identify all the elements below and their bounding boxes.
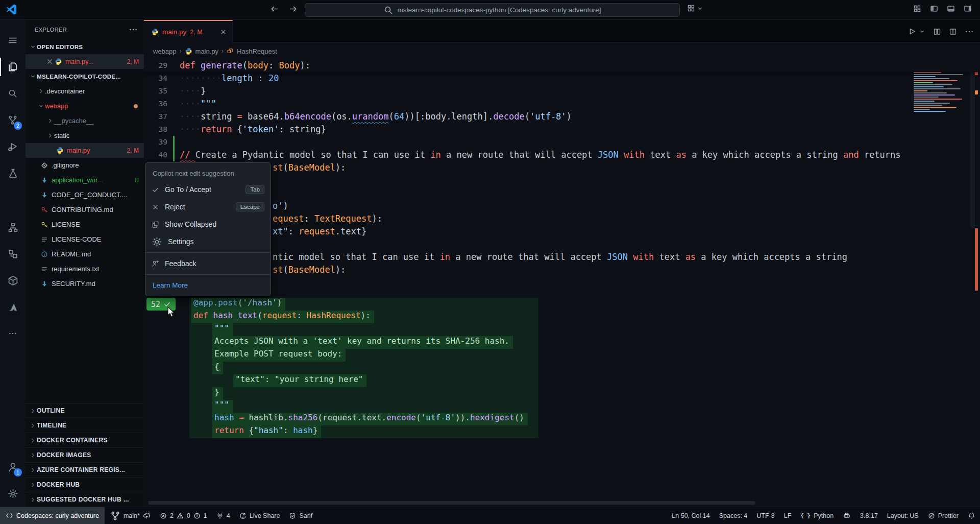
suggested-code-line: """ — [189, 400, 538, 413]
status-label: 0 — [187, 512, 190, 519]
activity-docker-icon[interactable] — [0, 267, 26, 294]
status-notifications[interactable] — [963, 507, 980, 524]
layout-control[interactable] — [687, 4, 703, 12]
status-keyboard-layout[interactable]: Layout: US — [883, 507, 923, 524]
menu-item-feedback[interactable]: Feedback — [145, 255, 271, 272]
keyred-file-icon — [40, 206, 49, 213]
file-item--pycache-[interactable]: __pycache__ — [26, 113, 144, 128]
activity-test-beaker-icon[interactable] — [0, 160, 26, 186]
toggle-sidebar-icon[interactable] — [930, 5, 938, 13]
breadcrumb[interactable]: webapp › main.py › HashRequest — [144, 43, 980, 59]
activity-source-control-icon[interactable]: 2 — [0, 107, 26, 133]
sticky-line-29: 29def generate(body: Body): — [144, 59, 980, 72]
menu-item-go-to-accept[interactable]: Go To / AcceptTab — [145, 181, 271, 198]
file-item-contributing-md[interactable]: CONTRIBUTING.md — [26, 202, 144, 217]
menu-learn-more-link[interactable]: Learn More — [145, 277, 271, 294]
menu-item-show-collapsed[interactable]: Show Collapsed — [145, 216, 271, 233]
file-item-static[interactable]: static — [26, 128, 144, 143]
back-icon[interactable] — [270, 4, 279, 14]
section-suggested-docker-hub-[interactable]: SUGGESTED DOCKER HUB ... — [26, 492, 144, 507]
activity-run-debug-icon[interactable] — [0, 133, 26, 160]
status-live-share[interactable]: Live Share — [235, 507, 285, 524]
toggle-layout-icon[interactable] — [949, 28, 957, 36]
activity-more-icon[interactable] — [0, 320, 26, 347]
section-workspace[interactable]: MSLEARN-COPILOT-CODE... — [26, 69, 144, 84]
activity-search-icon[interactable] — [0, 80, 26, 107]
toggle-secondary-sidebar-icon[interactable] — [964, 5, 972, 13]
section-docker-hub[interactable]: DOCKER HUB — [26, 477, 144, 492]
status-remote[interactable]: Codespaces: curly adventure — [0, 507, 105, 524]
status-copilot[interactable] — [838, 507, 855, 524]
suggested-code-line: "text": "your string here" — [189, 374, 538, 387]
file-item-license[interactable]: LICENSE — [26, 217, 144, 232]
status-label: Codespaces: curly adventure — [16, 512, 99, 519]
activity-account-icon[interactable]: 1 — [0, 454, 26, 480]
file-item-webapp[interactable]: webapp — [26, 99, 144, 113]
status-branch[interactable]: main* — [106, 507, 155, 524]
run-python-file-icon[interactable] — [908, 27, 916, 36]
section-timeline[interactable]: TIMELINE — [26, 418, 144, 433]
file-item--devcontainer[interactable]: .devcontainer — [26, 84, 144, 99]
activity-azure-icon[interactable] — [0, 294, 26, 320]
code-line-39: 39 — [144, 136, 980, 149]
breadcrumb-symbol[interactable]: HashRequest — [237, 47, 277, 55]
code-line-37: 37····string = base64.b64encode(os.urand… — [144, 110, 980, 123]
file-item-requirements-txt[interactable]: requirements.txt — [26, 261, 144, 276]
toggle-panel-icon[interactable] — [947, 5, 955, 13]
suggested-code-line: """ — [189, 323, 538, 336]
close-editor-icon[interactable] — [46, 58, 54, 65]
breadcrumb-file[interactable]: main.py — [195, 47, 219, 55]
status-problems[interactable]: 201 — [155, 507, 212, 524]
activity-containers-icon[interactable] — [0, 241, 26, 267]
section-docker-images[interactable]: DOCKER IMAGES — [26, 447, 144, 462]
file-item-main-py[interactable]: main.py2, M — [26, 143, 144, 158]
section-outline[interactable]: OUTLINE — [26, 403, 144, 418]
file-item-application-wor-[interactable]: application_wor...U — [26, 173, 144, 187]
breadcrumb-folder[interactable]: webapp — [153, 47, 177, 55]
editor-more-icon[interactable] — [965, 27, 974, 36]
section-open-editors[interactable]: OPEN EDITORS — [26, 39, 144, 54]
activity-settings-gear-icon[interactable] — [0, 480, 26, 507]
status-indentation[interactable]: Spaces: 4 — [715, 507, 752, 524]
vertical-scrollbar[interactable] — [970, 60, 975, 228]
activity-menu-icon[interactable] — [0, 27, 26, 54]
ruler-warning-mark — [975, 90, 978, 94]
tab-close-icon[interactable] — [219, 28, 227, 36]
section-azure-container-regis-[interactable]: AZURE CONTAINER REGIS... — [26, 462, 144, 477]
command-center-search[interactable]: mslearn-copilot-codespaces-python [Codes… — [305, 3, 680, 17]
status-python-version[interactable]: 3.8.17 — [855, 507, 883, 524]
file-item--gitignore[interactable]: .gitignore — [26, 158, 144, 173]
section-label: TIMELINE — [37, 422, 66, 429]
modified-badge: 2, M — [127, 58, 144, 65]
file-item-readme-md[interactable]: README.md — [26, 247, 144, 261]
explorer-more-icon[interactable] — [129, 25, 138, 34]
status-label: main* — [124, 512, 140, 519]
check-icon — [152, 186, 159, 194]
file-item-security-md[interactable]: SECURITY.md — [26, 276, 144, 291]
file-label: .devcontainer — [45, 87, 85, 95]
menu-item-keybinding: Escape — [236, 202, 264, 211]
activity-remote-explorer-icon[interactable] — [0, 214, 26, 241]
menu-item-reject[interactable]: RejectEscape — [145, 198, 271, 216]
menu-item-settings[interactable]: Settings — [145, 233, 271, 250]
explorer-sidebar: EXPLORER OPEN EDITORSmain.py...2, MMSLEA… — [26, 20, 144, 507]
file-item-license-code[interactable]: LICENSE-CODE — [26, 232, 144, 247]
status-eol[interactable]: LF — [779, 507, 796, 524]
status-cursor-position[interactable]: Ln 50, Col 14 — [667, 507, 714, 524]
tab-main-py[interactable]: main.py 2, M — [144, 20, 233, 43]
status-encoding[interactable]: UTF-8 — [752, 507, 779, 524]
split-editor-icon[interactable] — [933, 28, 941, 36]
section-docker-containers[interactable]: DOCKER CONTAINERS — [26, 433, 144, 447]
forward-icon[interactable] — [288, 4, 298, 14]
horizontal-scrollbar[interactable] — [148, 501, 755, 505]
status-label: 4 — [227, 512, 230, 519]
file-item-code-of-conduct-[interactable]: CODE_OF_CONDUCT.... — [26, 187, 144, 202]
activity-explorer-icon[interactable] — [0, 54, 26, 80]
customize-layout-icon[interactable] — [913, 5, 921, 13]
run-dropdown-chevron-icon[interactable] — [919, 28, 925, 35]
status-language[interactable]: { }Python — [796, 507, 838, 524]
status-ports[interactable]: 4 — [212, 507, 235, 524]
open-editor-item[interactable]: main.py...2, M — [26, 54, 144, 69]
status-sarif[interactable]: Sarif — [284, 507, 317, 524]
status-prettier[interactable]: Prettier — [923, 507, 963, 524]
